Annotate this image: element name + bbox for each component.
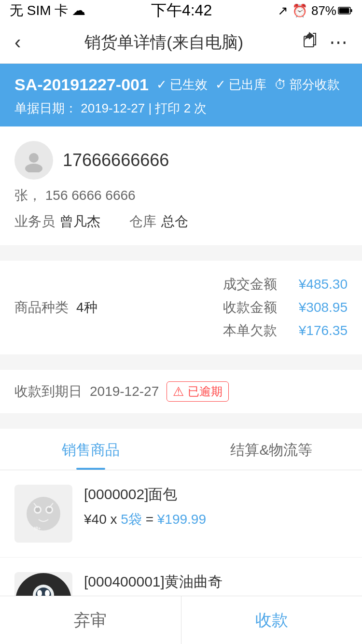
svg-rect-1 xyxy=(350,9,352,12)
nav-title: 销货单详情(来自电脑) xyxy=(26,31,302,54)
quantity-1: 5袋 xyxy=(121,512,142,527)
svg-point-9 xyxy=(35,507,40,512)
battery-indicator: 87% xyxy=(311,3,352,18)
warehouse-label: 仓库 xyxy=(129,212,156,231)
order-id: SA-20191227-001 xyxy=(14,75,149,94)
more-button[interactable]: ⋯ xyxy=(329,32,348,53)
nav-bar: ‹ 销货单详情(来自电脑) ⋯ xyxy=(0,21,362,64)
back-button[interactable]: ‹ xyxy=(14,27,26,58)
customer-section: 17666666666 张， 156 6666 6666 业务员 曾凡杰 仓库 … xyxy=(0,126,362,245)
svg-point-5 xyxy=(25,164,42,172)
badge-effective: ✓ 已生效 xyxy=(156,76,208,93)
status-time: 下午4:42 xyxy=(151,0,212,21)
customer-sub: 张， 156 6666 6666 xyxy=(14,186,348,205)
overdue-warning-icon: ⚠ xyxy=(173,384,184,399)
total-1: ¥199.99 xyxy=(157,512,206,527)
warehouse-name: 总仓 xyxy=(161,212,188,231)
svg-point-6 xyxy=(27,497,60,531)
debt-amount-row: 本单欠款 ¥176.35 xyxy=(223,322,348,340)
overdue-section: 收款到期日 2019-12-27 ⚠ 已逾期 xyxy=(0,370,362,413)
stats-section: 商品种类 4种 成交金额 ¥485.30 收款金额 ¥308.95 本单欠款 ¥… xyxy=(0,261,362,354)
sales-label: 业务员 xyxy=(14,212,55,231)
tab-products[interactable]: 销售商品 xyxy=(0,429,181,470)
cancel-button[interactable]: 弃审 xyxy=(0,596,181,644)
battery-percent: 87% xyxy=(311,3,336,18)
customer-avatar xyxy=(14,141,53,180)
deal-amount-row: 成交金额 ¥485.30 xyxy=(223,275,348,294)
category-value: 4种 xyxy=(76,298,97,317)
stats-amounts: 成交金额 ¥485.30 收款金额 ¥308.95 本单欠款 ¥176.35 xyxy=(223,275,348,340)
product-thumb-1: 鲸+ xyxy=(14,485,72,543)
date-label: 单据日期： xyxy=(14,101,77,115)
product-name-2: [000400001]黄油曲奇 xyxy=(84,572,348,592)
order-date-row: 单据日期： 2019-12-27 | 打印 2 次 xyxy=(14,100,348,117)
check-icon-shipped: ✓ xyxy=(215,77,226,92)
status-left: 无 SIM 卡 ☁ xyxy=(10,1,85,20)
divider-1 xyxy=(0,253,362,261)
location-icon: ↗ xyxy=(278,3,288,18)
badge-shipped: ✓ 已出库 xyxy=(215,76,266,93)
stats-category: 商品种类 4种 xyxy=(14,275,97,340)
share-button[interactable] xyxy=(302,31,320,53)
category-label: 商品种类 xyxy=(14,298,69,317)
overdue-date: 2019-12-27 xyxy=(90,384,159,399)
nav-actions: ⋯ xyxy=(302,31,348,53)
sales-meta: 业务员 曾凡杰 xyxy=(14,212,100,231)
product-info-1: [0000002]面包 ¥40 x 5袋 = ¥199.99 xyxy=(84,485,348,529)
receipt-amount-value: ¥308.95 xyxy=(285,300,348,315)
customer-row: 17666666666 xyxy=(14,141,348,180)
warehouse-meta: 仓库 总仓 xyxy=(129,212,188,231)
svg-rect-2 xyxy=(339,8,349,14)
clock-icon: ⏱ xyxy=(274,77,287,92)
divider-3 xyxy=(0,413,362,421)
overdue-badge: ⚠ 已逾期 xyxy=(167,381,229,402)
badge-partial-payment: ⏱ 部分收款 xyxy=(274,76,340,93)
status-right: ↗ ⏰ 87% xyxy=(278,3,352,18)
sales-name: 曾凡杰 xyxy=(60,212,100,231)
alarm-icon: ⏰ xyxy=(292,3,307,18)
svg-point-4 xyxy=(29,153,39,163)
receipt-amount-label: 收款金额 xyxy=(223,298,277,317)
status-bar: 无 SIM 卡 ☁ 下午4:42 ↗ ⏰ 87% xyxy=(0,0,362,21)
tab-settlement[interactable]: 结算&物流等 xyxy=(181,429,362,470)
svg-point-10 xyxy=(47,507,52,512)
debt-amount-label: 本单欠款 xyxy=(223,322,277,340)
order-header: SA-20191227-001 ✓ 已生效 ✓ 已出库 ⏱ 部分收款 单据日期：… xyxy=(0,64,362,126)
receipt-amount-row: 收款金额 ¥308.95 xyxy=(223,298,348,317)
divider-2 xyxy=(0,362,362,370)
product-price-1: ¥40 x 5袋 = ¥199.99 xyxy=(84,510,348,529)
check-icon-effective: ✓ xyxy=(156,77,167,92)
overdue-label: 收款到期日 xyxy=(14,382,82,401)
product-name-1: [0000002]面包 xyxy=(84,485,348,504)
order-id-row: SA-20191227-001 ✓ 已生效 ✓ 已出库 ⏱ 部分收款 xyxy=(14,75,348,94)
customer-meta: 业务员 曾凡杰 仓库 总仓 xyxy=(14,212,348,231)
tabs-section: 销售商品 结算&物流等 xyxy=(0,429,362,470)
print-info: | 打印 2 次 xyxy=(148,101,207,115)
deal-amount-label: 成交金额 xyxy=(223,275,277,294)
customer-account-id: 17666666666 xyxy=(63,150,169,170)
deal-amount-value: ¥485.30 xyxy=(285,277,348,292)
order-date: 2019-12-27 xyxy=(81,101,145,115)
product-item: 鲸+ [0000002]面包 ¥40 x 5袋 = ¥199.99 xyxy=(0,470,362,558)
bottom-bar: 弃审 收款 xyxy=(0,596,362,644)
battery-icon xyxy=(338,7,352,14)
price-unit-1: ¥40 xyxy=(84,512,107,527)
confirm-button[interactable]: 收款 xyxy=(181,596,362,644)
svg-text:鲸+: 鲸+ xyxy=(33,526,41,531)
debt-amount-value: ¥176.35 xyxy=(285,323,348,338)
